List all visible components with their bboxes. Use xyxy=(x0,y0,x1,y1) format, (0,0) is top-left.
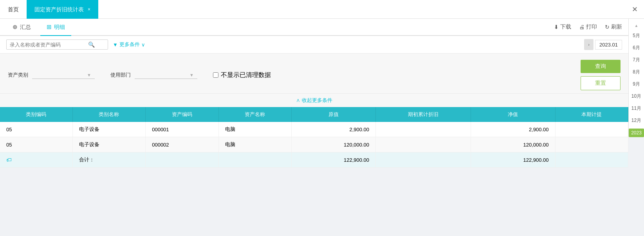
asset-category-select-wrap: ▼ xyxy=(32,71,95,79)
refresh-button[interactable]: ↻ 刷新 xyxy=(605,23,622,30)
print-label: 打印 xyxy=(586,23,597,30)
hide-cleared-checkbox-item: 不显示已清理数据 xyxy=(213,71,271,79)
tab-label: 固定资产折旧统计表 xyxy=(34,0,84,19)
total-acc xyxy=(376,152,471,168)
reset-button[interactable]: 重置 xyxy=(581,76,621,90)
cell-original-2: 120,000.00 xyxy=(291,137,375,152)
dept-filter: 使用部门 ▼ xyxy=(110,71,197,79)
main-content: ⊕ 汇总 ⊞ 明细 ⬇ 下载 🖨 打印 ↻ 刷新 xyxy=(0,19,628,168)
cell-current-1 xyxy=(555,122,628,137)
data-table: 类别编码 类别名称 资产编码 资产名称 原值 期初累计折旧 净值 本期计提 05… xyxy=(0,107,628,168)
col-acc-deprec: 期初累计折旧 xyxy=(376,107,471,122)
more-conditions-label: 更多条件 xyxy=(119,41,140,48)
cell-net-1: 2,900.00 xyxy=(471,122,555,137)
hide-cleared-label: 不显示已清理数据 xyxy=(221,71,271,79)
cell-asset-code-2: 000002 xyxy=(146,137,218,152)
total-current xyxy=(555,152,628,168)
advanced-filter: 资产类别 ▼ 使用部门 ▼ 不显示已清理数据 查询 xyxy=(0,54,628,94)
print-icon: 🖨 xyxy=(579,24,584,30)
cell-code-1: 05 xyxy=(0,122,72,137)
more-conditions-button[interactable]: ▼ 更多条件 ∨ xyxy=(113,41,145,48)
sidebar-month-7[interactable]: 7月 xyxy=(629,54,644,66)
window-close-icon[interactable]: ✕ xyxy=(632,5,638,14)
hide-cleared-checkbox[interactable] xyxy=(213,72,218,78)
col-category-code: 类别编码 xyxy=(0,107,72,122)
cell-acc-2 xyxy=(376,137,471,152)
table-total-row: 🏷 合计： 122,900.00 122,900.00 xyxy=(0,152,628,168)
total-icon: 🏷 xyxy=(6,157,12,163)
tab-fixed-assets[interactable]: 固定资产折旧统计表 × xyxy=(27,0,98,19)
col-category-name: 类别名称 xyxy=(72,107,145,122)
sub-tabs-bar: ⊕ 汇总 ⊞ 明细 ⬇ 下载 🖨 打印 ↻ 刷新 xyxy=(0,19,628,36)
cell-asset-name-1: 电脑 xyxy=(218,122,291,137)
tab-detail[interactable]: ⊞ 明细 xyxy=(40,19,71,36)
sidebar-month-8[interactable]: 8月 xyxy=(629,66,644,78)
total-empty-2 xyxy=(218,152,291,168)
refresh-icon: ↻ xyxy=(605,24,610,30)
summary-icon: ⊕ xyxy=(13,18,18,36)
table-header-row: 类别编码 类别名称 资产编码 资产名称 原值 期初累计折旧 净值 本期计提 xyxy=(0,107,628,122)
sidebar-month-11[interactable]: 11月 xyxy=(629,103,644,114)
total-label-cell: 合计： xyxy=(72,152,145,168)
cell-current-2 xyxy=(555,137,628,152)
search-input-wrap: 🔍 xyxy=(6,39,108,50)
print-button[interactable]: 🖨 打印 xyxy=(579,23,597,30)
sidebar-month-12[interactable]: 12月 xyxy=(629,115,644,126)
tab-summary[interactable]: ⊕ 汇总 xyxy=(6,19,37,36)
sidebar-scroll-up[interactable]: ▲ xyxy=(635,22,639,29)
cell-category-1: 电子设备 xyxy=(72,122,145,137)
asset-category-dropdown-icon: ▼ xyxy=(87,73,91,77)
asset-category-input[interactable] xyxy=(32,71,87,79)
tab-detail-label: 明细 xyxy=(54,18,65,36)
tab-close-icon[interactable]: × xyxy=(88,0,90,19)
tab-summary-label: 汇总 xyxy=(20,18,31,36)
table-row: 05 电子设备 000002 电脑 120,000.00 120,000.00 xyxy=(0,137,628,152)
total-net: 122,900.00 xyxy=(471,152,555,168)
sidebar-month-6[interactable]: 6月 xyxy=(629,42,644,54)
dept-input[interactable] xyxy=(135,71,189,79)
collapse-button[interactable]: ∧ 收起更多条件 xyxy=(0,94,628,107)
cell-original-1: 2,900.00 xyxy=(291,122,375,137)
asset-category-label: 资产类别 xyxy=(8,72,28,79)
data-table-wrap: 类别编码 类别名称 资产编码 资产名称 原值 期初累计折旧 净值 本期计提 05… xyxy=(0,107,628,168)
tab-home[interactable]: 首页 xyxy=(0,0,27,19)
col-current-deprec: 本期计提 xyxy=(555,107,628,122)
dept-select-wrap: ▼ xyxy=(135,71,197,79)
download-icon: ⬇ xyxy=(554,24,559,30)
search-icon: 🔍 xyxy=(88,41,95,48)
filter-icon: ▼ xyxy=(113,42,118,48)
sidebar-year-badge[interactable]: 2023 xyxy=(629,129,644,137)
query-button[interactable]: 查询 xyxy=(581,60,621,73)
cell-acc-1 xyxy=(376,122,471,137)
sub-tabs-left: ⊕ 汇总 ⊞ 明细 xyxy=(6,19,71,35)
sidebar-month-9[interactable]: 9月 xyxy=(629,79,644,90)
dept-dropdown-icon: ▼ xyxy=(189,73,194,77)
cell-category-2: 电子设备 xyxy=(72,137,145,152)
table-row: 05 电子设备 000001 电脑 2,900.00 2,900.00 xyxy=(0,122,628,137)
asset-category-filter: 资产类别 ▼ xyxy=(8,71,95,79)
cell-net-2: 120,000.00 xyxy=(471,137,555,152)
filter-buttons: 查询 重置 xyxy=(581,60,621,90)
filter-row: 资产类别 ▼ 使用部门 ▼ 不显示已清理数据 查询 xyxy=(8,60,621,90)
col-asset-name: 资产名称 xyxy=(218,107,291,122)
chevron-down-icon: ∨ xyxy=(141,42,145,48)
search-input[interactable] xyxy=(10,42,88,48)
total-icon-cell: 🏷 xyxy=(0,152,72,168)
total-original: 122,900.00 xyxy=(291,152,375,168)
sidebar-month-10[interactable]: 10月 xyxy=(629,91,644,102)
col-original-value: 原值 xyxy=(291,107,375,122)
cell-asset-name-2: 电脑 xyxy=(218,137,291,152)
dept-label: 使用部门 xyxy=(110,72,131,79)
right-sidebar: ▲ 5月 6月 7月 8月 9月 10月 11月 12月 2023 xyxy=(628,19,644,137)
sub-tabs-actions: ⬇ 下载 🖨 打印 ↻ 刷新 xyxy=(554,23,622,30)
download-button[interactable]: ⬇ 下载 xyxy=(554,23,571,30)
detail-icon: ⊞ xyxy=(47,18,52,36)
cell-code-2: 05 xyxy=(0,137,72,152)
top-bar: 首页 固定资产折旧统计表 × ✕ xyxy=(0,0,644,19)
col-net-value: 净值 xyxy=(471,107,555,122)
sidebar-month-5[interactable]: 5月 xyxy=(629,30,644,41)
chevron-right-icon: › xyxy=(588,42,590,47)
filter-bar: 🔍 ▼ 更多条件 ∨ › 2023.01 xyxy=(0,36,628,54)
sidebar-toggle-button[interactable]: › xyxy=(584,39,593,50)
refresh-label: 刷新 xyxy=(611,23,622,30)
